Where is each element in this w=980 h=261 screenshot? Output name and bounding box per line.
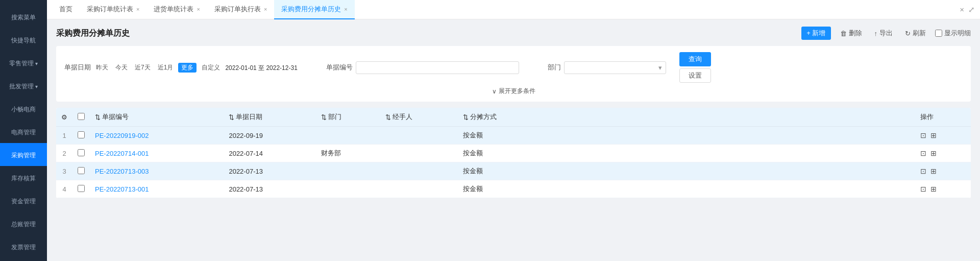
sort-dept[interactable]: ⇅ 部门	[321, 112, 341, 122]
sidebar-item-零售管理[interactable]: 零售管理 ▾	[0, 51, 47, 74]
row-checkbox-cell	[72, 127, 90, 145]
row-checkbox[interactable]	[78, 167, 85, 174]
refresh-icon: ↻	[905, 30, 911, 37]
edit-icon[interactable]: ⊡	[920, 167, 926, 175]
search-button[interactable]: 查询	[679, 52, 711, 66]
action-buttons: ⊡ ⊞	[920, 167, 966, 175]
tab-close-icon[interactable]: ×	[197, 6, 200, 12]
select-all-checkbox[interactable]	[78, 113, 85, 120]
edit-icon[interactable]: ⊡	[920, 185, 926, 193]
edit-icon[interactable]: ⊡	[920, 131, 926, 139]
export-icon: ↑	[874, 30, 878, 37]
more-icon[interactable]: ⊞	[930, 167, 937, 175]
close-window-icon[interactable]: ×	[960, 5, 964, 14]
tab-close-icon[interactable]: ×	[264, 6, 267, 12]
more-icon[interactable]: ⊞	[930, 131, 937, 139]
add-button[interactable]: + 新增	[801, 27, 830, 40]
show-columns-checkbox[interactable]: 显示明细	[935, 29, 971, 38]
page-title: 采购费用分摊单历史	[56, 28, 130, 39]
date-range-display: 2022-01-01 至 2022-12-31	[225, 64, 297, 72]
row-handler	[380, 180, 458, 198]
page-header: 采购费用分摊单历史 + 新增 🗑 删除 ↑ 导出 ↻ 刷新 显示明细	[56, 27, 971, 40]
sidebar-item-搜索菜单[interactable]: 搜索菜单	[0, 5, 47, 28]
tab-close-icon[interactable]: ×	[344, 6, 347, 12]
tab-label: 进货单统计表	[154, 5, 193, 14]
row-actions: ⊡ ⊞	[915, 145, 971, 162]
table-header-row: ⚙ ⇅ 单据编号 ⇅	[56, 108, 971, 127]
data-table: ⚙ ⇅ 单据编号 ⇅	[56, 108, 971, 198]
sidebar-label: 小畅电商	[2, 105, 45, 114]
maximize-window-icon[interactable]: ⤢	[968, 5, 975, 14]
row-checkbox-cell	[72, 180, 90, 198]
row-dept: 财务部	[316, 145, 380, 162]
doc-no-link[interactable]: PE-20220713-003	[95, 168, 149, 175]
shortcut-more[interactable]: 更多	[178, 63, 197, 73]
doc-no-link[interactable]: PE-20220919-002	[95, 132, 149, 139]
sidebar-item-电商管理[interactable]: 电商管理	[0, 120, 47, 143]
show-columns-input[interactable]	[935, 30, 942, 37]
row-checkbox[interactable]	[78, 131, 85, 138]
sidebar-item-发票管理[interactable]: 发票管理	[0, 235, 47, 258]
doc-no-link[interactable]: PE-20220714-001	[95, 150, 149, 157]
sidebar-label: 电商管理	[2, 128, 45, 137]
row-date: 2022-09-19	[224, 127, 316, 145]
tab-close-icon[interactable]: ×	[136, 6, 139, 12]
row-num: 4	[56, 180, 72, 198]
search-settings-col: 查询 设置	[679, 52, 711, 83]
col-settings[interactable]: ⚙	[56, 108, 72, 127]
row-handler	[380, 145, 458, 162]
tab-采购订单执行表[interactable]: 采购订单执行表×	[207, 0, 274, 19]
dept-input[interactable]	[564, 61, 666, 74]
delete-icon: 🗑	[840, 30, 847, 37]
more-icon[interactable]: ⊞	[930, 149, 937, 157]
tab-进货单统计表[interactable]: 进货单统计表×	[146, 0, 207, 19]
shortcut-today[interactable]: 今天	[113, 63, 130, 73]
row-num: 1	[56, 127, 72, 145]
sidebar-item-快捷导航[interactable]: 快捷导航	[0, 28, 47, 51]
sidebar-item-采购管理[interactable]: 采购管理	[0, 143, 47, 166]
shortcut-7days[interactable]: 近7天	[133, 63, 153, 73]
refresh-button[interactable]: ↻ 刷新	[902, 27, 929, 40]
delete-button[interactable]: 🗑 删除	[837, 27, 865, 40]
table-row: 3 PE-20220713-003 2022-07-13 按金额 ⊡ ⊞	[56, 162, 971, 180]
sidebar-item-批发管理[interactable]: 批发管理 ▾	[0, 74, 47, 97]
tab-采购费用分摊单历史[interactable]: 采购费用分摊单历史×	[274, 0, 354, 19]
expand-more-button[interactable]: ∨ 展开更多条件	[492, 87, 535, 96]
row-doc-no: PE-20220919-002	[90, 127, 224, 145]
action-buttons: ⊡ ⊞	[920, 131, 966, 139]
row-checkbox[interactable]	[78, 149, 85, 156]
docno-input[interactable]	[356, 61, 519, 74]
sidebar-item-小畅电商[interactable]: 小畅电商	[0, 97, 47, 120]
col-split-method: ⇅ 分摊方式	[458, 108, 915, 127]
toolbar-actions: + 新增 🗑 删除 ↑ 导出 ↻ 刷新 显示明细	[801, 27, 971, 40]
doc-no-link[interactable]: PE-20220713-001	[95, 185, 149, 193]
row-handler	[380, 127, 458, 145]
sidebar-label: 批发管理 ▾	[2, 82, 45, 91]
sidebar-item-库存核算[interactable]: 库存核算	[0, 166, 47, 189]
export-button[interactable]: ↑ 导出	[871, 27, 896, 40]
row-date: 2022-07-13	[224, 162, 316, 180]
table-row: 1 PE-20220919-002 2022-09-19 按金额 ⊡ ⊞	[56, 127, 971, 145]
tab-采购订单统计表[interactable]: 采购订单统计表×	[80, 0, 146, 19]
sort-split-method[interactable]: ⇅ 分摊方式	[463, 112, 497, 122]
sort-doc-no[interactable]: ⇅ 单据编号	[95, 112, 129, 122]
sort-handler[interactable]: ⇅ 经手人	[385, 112, 412, 122]
filter-settings-button[interactable]: 设置	[679, 68, 711, 83]
expand-more-row: ∨ 展开更多条件	[64, 87, 963, 96]
row-checkbox[interactable]	[78, 185, 85, 192]
sidebar-label: 快捷导航	[2, 36, 45, 45]
sort-date[interactable]: ⇅ 单据日期	[229, 112, 262, 122]
date-filter-group: 单据日期 昨天 今天 近7天 近1月 更多 自定义 2022-01-01 至 2…	[64, 63, 298, 73]
row-actions: ⊡ ⊞	[915, 162, 971, 180]
shortcut-yesterday[interactable]: 昨天	[94, 63, 110, 73]
shortcut-custom[interactable]: 自定义	[200, 63, 222, 73]
row-doc-no: PE-20220713-001	[90, 180, 224, 198]
shortcut-1month[interactable]: 近1月	[156, 63, 176, 73]
edit-icon[interactable]: ⊡	[920, 149, 926, 157]
col-checkbox	[72, 108, 90, 127]
sidebar-item-总账管理[interactable]: 总账管理	[0, 212, 47, 235]
sidebar-item-资金管理[interactable]: 资金管理	[0, 189, 47, 212]
more-icon[interactable]: ⊞	[930, 185, 937, 193]
data-table-wrap: ⚙ ⇅ 单据编号 ⇅	[56, 108, 971, 198]
tab-首页[interactable]: 首页	[52, 0, 80, 19]
